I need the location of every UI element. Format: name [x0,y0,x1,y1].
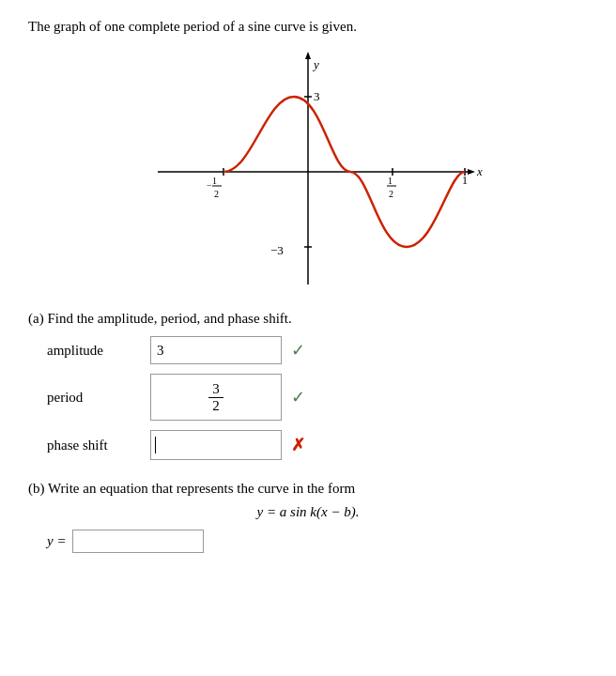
svg-text:2: 2 [214,189,219,199]
svg-marker-3 [305,52,311,59]
cursor [155,437,156,453]
svg-text:2: 2 [389,189,393,199]
part-b-section: (b) Write an equation that represents th… [28,481,588,553]
intro-text: The graph of one complete period of a si… [28,19,588,35]
graph-container: 3 −3 y x − 1 2 1 2 1 [28,50,588,294]
y-equals-label: y = [47,533,67,549]
svg-text:1: 1 [388,176,393,186]
period-denominator: 2 [208,398,223,414]
svg-text:1: 1 [462,174,468,187]
period-numerator: 3 [208,381,223,398]
svg-text:3: 3 [314,89,320,103]
equation-form: y = a sin k(x − b). [28,504,588,520]
y-equals-input[interactable] [72,530,204,553]
phase-shift-label: phase shift [47,438,150,453]
period-input-box[interactable]: 3 2 [150,374,282,421]
amplitude-input[interactable] [150,336,282,364]
svg-marker-2 [468,169,475,175]
svg-text:1: 1 [212,176,217,186]
period-label: period [47,390,150,406]
amplitude-row: amplitude ✓ [28,336,588,364]
svg-text:y: y [312,57,319,71]
sine-graph: 3 −3 y x − 1 2 1 2 1 [130,50,486,294]
period-row: period 3 2 ✓ [28,374,588,421]
y-equals-row: y = [28,530,588,553]
period-check-icon: ✓ [291,387,305,407]
phase-shift-row: phase shift ✗ [28,430,588,460]
part-a-label: (a) Find the amplitude, period, and phas… [28,311,588,327]
amplitude-label: amplitude [47,343,150,359]
svg-text:x: x [476,164,483,178]
svg-text:−3: −3 [270,243,284,257]
phase-shift-input-box[interactable] [150,430,282,460]
phase-shift-cross-icon: ✗ [291,435,305,455]
period-fraction: 3 2 [208,381,223,413]
amplitude-check-icon: ✓ [291,340,305,361]
part-b-label: (b) Write an equation that represents th… [28,481,588,497]
